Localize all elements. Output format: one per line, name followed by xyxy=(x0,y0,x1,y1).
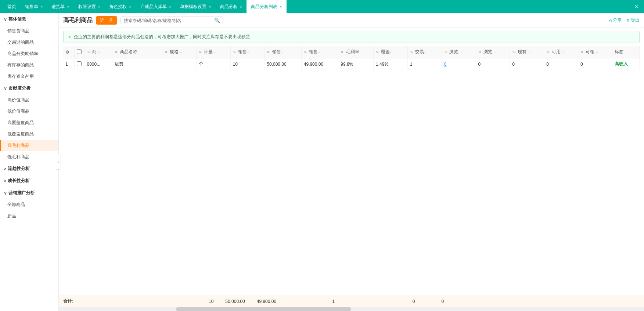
nav-product-analysis[interactable]: 商品分析 × xyxy=(216,0,247,13)
close-product-analysis-icon[interactable]: × xyxy=(240,4,242,9)
col-sales1[interactable]: ⇅ 销售... xyxy=(230,46,265,58)
footer-sales1: 10 xyxy=(206,299,216,304)
nav-role[interactable]: 角色授权 × xyxy=(105,0,136,13)
sidebar-item-stock-capital[interactable]: 库存资金占用 xyxy=(0,71,58,82)
search-input[interactable] xyxy=(124,18,214,23)
search-box: 🔍 xyxy=(120,17,223,24)
close-permission-icon[interactable]: × xyxy=(98,4,100,9)
col-sales2[interactable]: ⇅ 销售... xyxy=(265,46,301,58)
sidebar-item-low-coverage[interactable]: 低覆盖度商品 xyxy=(0,129,58,140)
col-transaction[interactable]: ⇅ 交易... xyxy=(407,46,442,58)
col-sales3[interactable]: ⇅ 销售... xyxy=(301,46,338,58)
col-browse1[interactable]: ⇅ 浏览... xyxy=(442,46,476,58)
col-tag: 标签 xyxy=(612,46,639,58)
sort-gross-rate-icon: ⇅ xyxy=(341,50,343,54)
nav-sales[interactable]: 销售单 × xyxy=(21,0,47,13)
cell-spec xyxy=(162,58,196,70)
footer-current: 0 xyxy=(410,299,417,304)
close-role-icon[interactable]: × xyxy=(129,4,131,9)
content-header: 高毛利商品 近一月 🔍 ⎋ 分享 ⇑ 导出 xyxy=(59,13,644,28)
sidebar-section-marketing[interactable]: ∨ 营销推广分析 xyxy=(0,187,58,199)
sidebar-collapse-button[interactable]: « xyxy=(56,155,61,170)
close-template-icon[interactable]: × xyxy=(209,4,211,9)
footer-transaction: 1 xyxy=(330,299,337,304)
horizontal-scrollbar[interactable] xyxy=(59,307,644,311)
nav-product-analysis-list[interactable]: 商品分析列表 × xyxy=(247,0,286,13)
col-name[interactable]: ⇅ 商品名称 xyxy=(112,46,162,58)
main-area: ∨ 整体信息 销售货商品 交易过的商品 商品分类助销率 有库存的商品 库存资金占… xyxy=(0,13,644,311)
scrollbar-thumb[interactable] xyxy=(176,307,352,311)
sort-browse2-icon: ⇅ xyxy=(478,50,481,54)
sidebar-item-low-value[interactable]: 低价值商品 xyxy=(0,106,58,117)
col-checkbox[interactable] xyxy=(74,46,84,58)
col-current[interactable]: ⇅ 现有... xyxy=(510,46,544,58)
col-browse2[interactable]: ⇅ 浏览... xyxy=(476,46,510,58)
nav-permission[interactable]: 权限设置 × xyxy=(74,0,105,13)
info-icon: ✦ xyxy=(68,35,72,40)
sidebar-item-sales-goods[interactable]: 销售货商品 xyxy=(0,25,58,37)
table-header-row: ⚙ ⇅ 商... ⇅ 商品名称 xyxy=(63,46,640,58)
col-sellable[interactable]: ⇅ 可销... xyxy=(578,46,612,58)
row-checkbox[interactable] xyxy=(77,61,82,66)
sidebar-item-high-coverage[interactable]: 高覆盖度商品 xyxy=(0,117,58,129)
sidebar: ∨ 整体信息 销售货商品 交易过的商品 商品分类助销率 有库存的商品 库存资金占… xyxy=(0,13,59,311)
sidebar-item-category-assist[interactable]: 商品分类助销率 xyxy=(0,48,58,59)
sidebar-item-high-margin[interactable]: 高毛利商品 xyxy=(0,140,58,151)
export-button[interactable]: ⇑ 导出 xyxy=(626,17,640,23)
cell-sales1: 10 xyxy=(230,58,265,70)
arrow-marketing-icon: ∨ xyxy=(4,191,7,196)
footer-label: 合计: xyxy=(63,298,74,304)
col-unit[interactable]: ⇅ 计量... xyxy=(196,46,230,58)
table-wrap: ⚙ ⇅ 商... ⇅ 商品名称 xyxy=(59,46,644,295)
cell-transaction: 1 xyxy=(407,58,442,70)
nav-product-inbound[interactable]: 产成品入库单 × xyxy=(136,0,176,13)
close-product-inbound-icon[interactable]: × xyxy=(169,4,171,9)
table-row: 1 0000... 运费 个 10 50,000.00 49,900.00 99… xyxy=(63,58,640,70)
col-gear[interactable]: ⚙ xyxy=(63,46,74,58)
cell-sales2: 50,000.00 xyxy=(265,58,301,70)
sidebar-item-traded-goods[interactable]: 交易过的商品 xyxy=(0,37,58,48)
sidebar-item-all-goods[interactable]: 全部商品 xyxy=(0,199,58,210)
cell-checkbox[interactable] xyxy=(74,58,84,70)
content-panel: 高毛利商品 近一月 🔍 ⎋ 分享 ⇑ 导出 ✦ 企业的主要的利润都是这部分商品创… xyxy=(59,13,644,311)
sort-code-icon: ⇅ xyxy=(87,50,90,54)
cell-browse1[interactable]: 0 xyxy=(442,58,476,70)
sidebar-item-stock-goods[interactable]: 有库存的商品 xyxy=(0,59,58,71)
footer-available: 0 xyxy=(439,299,446,304)
sort-spec-icon: ⇅ xyxy=(165,50,168,54)
sort-sales3-icon: ⇅ xyxy=(304,50,307,54)
sidebar-section-trend[interactable]: > 流趋性分析 xyxy=(0,163,58,175)
close-sales-icon[interactable]: × xyxy=(40,4,43,9)
col-spec[interactable]: ⇅ 规格... xyxy=(162,46,196,58)
share-button[interactable]: ⎋ 分享 xyxy=(609,17,622,23)
cell-sellable: 0 xyxy=(578,58,612,70)
nav-template[interactable]: 单据模板设置 × xyxy=(176,0,215,13)
select-all-checkbox[interactable] xyxy=(77,49,82,54)
filter-month-button[interactable]: 近一月 xyxy=(96,16,117,25)
sort-browse1-icon: ⇅ xyxy=(444,50,447,54)
sidebar-item-new-goods[interactable]: 新品 xyxy=(0,210,58,222)
cell-index: 1 xyxy=(63,58,74,70)
cell-browse2: 0 xyxy=(476,58,510,70)
cell-unit: 个 xyxy=(196,58,230,70)
window-close-button[interactable]: × xyxy=(632,3,641,10)
col-available[interactable]: ⇅ 可用... xyxy=(544,46,578,58)
arrow-overall-icon: ∨ xyxy=(4,17,7,22)
sort-name-icon: ⇅ xyxy=(115,50,118,54)
close-product-analysis-list-icon[interactable]: × xyxy=(280,4,282,9)
sidebar-section-overall[interactable]: ∨ 整体信息 xyxy=(0,13,58,25)
col-coverage[interactable]: ⇅ 覆盖... xyxy=(374,46,408,58)
close-purchase-icon[interactable]: × xyxy=(67,4,69,9)
col-gross-rate[interactable]: ⇅ 毛利率 xyxy=(338,46,374,58)
nav-home[interactable]: 首页 xyxy=(3,0,21,13)
sidebar-item-low-margin[interactable]: 低毛利商品 xyxy=(0,151,58,163)
sort-transaction-icon: ⇅ xyxy=(410,50,413,54)
top-nav: 首页 销售单 × 进货单 × 权限设置 × 角色授权 × 产成品入库单 × 单据… xyxy=(0,0,644,13)
col-code[interactable]: ⇅ 商... xyxy=(84,46,112,58)
sidebar-item-high-value[interactable]: 高价值商品 xyxy=(0,94,58,106)
sidebar-section-contribution[interactable]: ∨ 贡献度分析 xyxy=(0,82,58,94)
sidebar-section-growth[interactable]: > 成长性分析 xyxy=(0,175,58,187)
sort-current-icon: ⇅ xyxy=(512,50,515,54)
search-icon[interactable]: 🔍 xyxy=(214,18,220,23)
nav-purchase[interactable]: 进货单 × xyxy=(47,0,73,13)
